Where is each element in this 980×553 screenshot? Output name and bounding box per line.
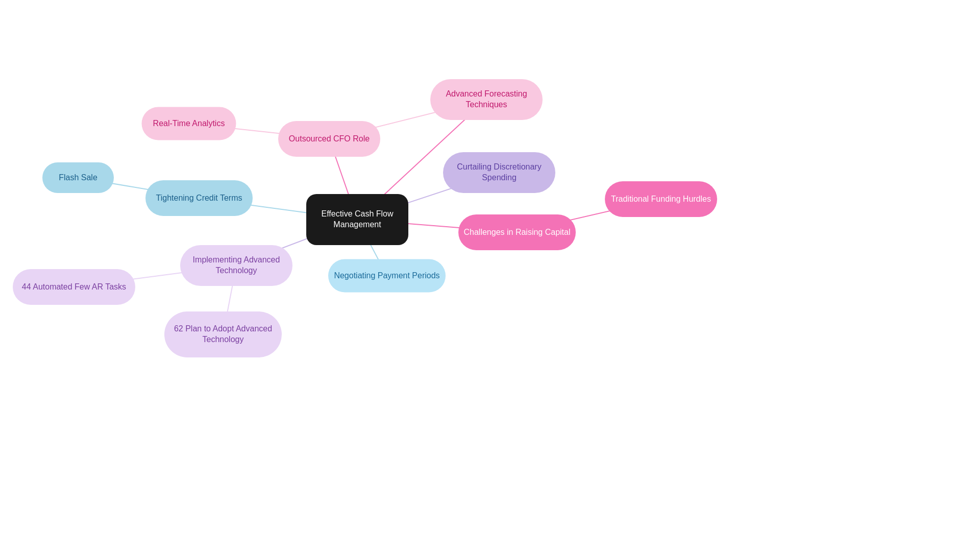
- node-label-advanced-forecasting: Advanced Forecasting Techniques: [430, 89, 543, 110]
- node-outsourced-cfo[interactable]: Outsourced CFO Role: [278, 121, 380, 157]
- node-label-outsourced-cfo: Outsourced CFO Role: [285, 134, 374, 145]
- node-advanced-forecasting[interactable]: Advanced Forecasting Techniques: [430, 79, 543, 120]
- node-automated-ar[interactable]: 44 Automated Few AR Tasks: [13, 269, 135, 305]
- node-label-negotiating-payment: Negotiating Payment Periods: [330, 271, 444, 281]
- mind-map-container: Effective Cash Flow ManagementAdvanced F…: [0, 0, 980, 553]
- node-label-real-time-analytics: Real-Time Analytics: [149, 118, 229, 129]
- node-plan-to-adopt[interactable]: 62 Plan to Adopt Advanced Technology: [164, 311, 282, 357]
- node-negotiating-payment[interactable]: Negotiating Payment Periods: [328, 259, 446, 293]
- node-implementing-advanced[interactable]: Implementing Advanced Technology: [180, 245, 292, 286]
- node-traditional-funding[interactable]: Traditional Funding Hurdles: [605, 181, 717, 217]
- node-label-plan-to-adopt: 62 Plan to Adopt Advanced Technology: [164, 324, 282, 345]
- center-node[interactable]: Effective Cash Flow Management: [306, 194, 408, 245]
- node-challenges-raising[interactable]: Challenges in Raising Capital: [458, 214, 576, 250]
- center-node-label: Effective Cash Flow Management: [306, 209, 408, 230]
- node-label-challenges-raising: Challenges in Raising Capital: [459, 227, 574, 238]
- node-label-tightening-credit: Tightening Credit Terms: [152, 193, 247, 204]
- node-label-automated-ar: 44 Automated Few AR Tasks: [18, 282, 130, 293]
- node-curtailing-discretionary[interactable]: Curtailing Discretionary Spending: [443, 152, 555, 193]
- node-flash-sale[interactable]: Flash Sale: [42, 162, 114, 193]
- node-label-flash-sale: Flash Sale: [55, 173, 102, 183]
- node-real-time-analytics[interactable]: Real-Time Analytics: [142, 107, 236, 140]
- node-label-implementing-advanced: Implementing Advanced Technology: [180, 255, 292, 276]
- node-label-traditional-funding: Traditional Funding Hurdles: [607, 194, 715, 205]
- node-label-curtailing-discretionary: Curtailing Discretionary Spending: [443, 162, 555, 183]
- node-tightening-credit[interactable]: Tightening Credit Terms: [145, 180, 253, 216]
